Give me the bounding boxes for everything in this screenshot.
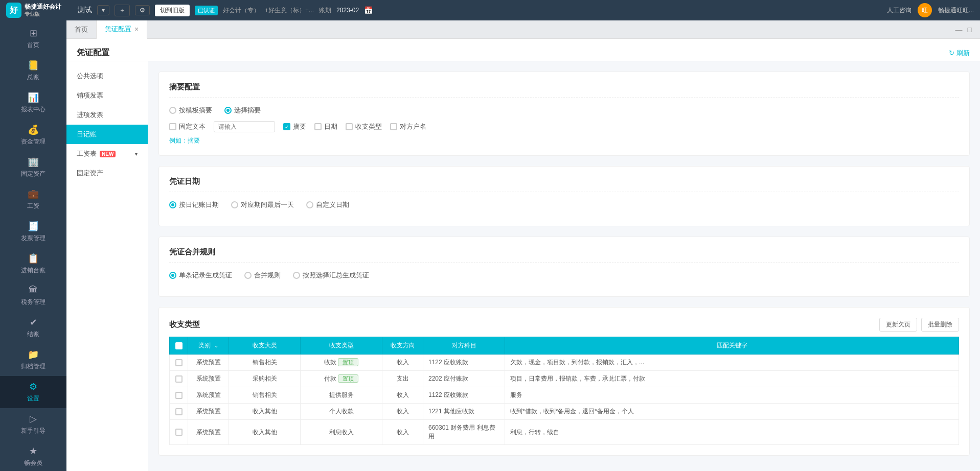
row-big-type: 销售相关 — [229, 355, 301, 371]
th-direction: 收支方向 — [382, 337, 423, 355]
left-nav-item-purchase-invoice[interactable]: 进项发票 — [66, 105, 148, 125]
tab-voucher-config[interactable]: 凭证配置 × — [97, 20, 147, 39]
row-big-type: 收入其他 — [229, 404, 301, 420]
row-checkbox[interactable] — [175, 408, 183, 415]
row-checkbox-cell[interactable] — [170, 371, 188, 387]
sidebar-item-closing[interactable]: ✔ 结账 — [0, 312, 66, 344]
switch-version-btn[interactable]: 切到旧版 — [155, 5, 190, 16]
table-header: 类别 ⌄ 收支大类 收支类型 收支方向 对方科目 匹配关键字 — [170, 337, 959, 355]
tab-close-icon[interactable]: × — [134, 25, 139, 33]
archive-icon: 📁 — [28, 349, 39, 360]
radio-template-circle — [169, 107, 176, 114]
checkbox-counterpart-box — [390, 123, 397, 130]
refresh-btn[interactable]: ↻ 刷新 — [949, 49, 970, 58]
sidebar-item-settings[interactable]: ⚙ 设置 — [0, 376, 66, 408]
sidebar-label-archive: 归档管理 — [21, 362, 45, 371]
row-checkbox[interactable] — [175, 359, 183, 366]
row-account: 1122 应收账款 — [423, 387, 505, 404]
consult-label[interactable]: 人工咨询 — [887, 6, 911, 15]
left-nav-item-payroll[interactable]: 工资表 NEW ▾ — [66, 144, 148, 163]
fixed-text-input[interactable] — [214, 121, 275, 132]
radio-single-record[interactable]: 单条记录生成凭证 — [169, 271, 232, 280]
tab-config-label: 凭证配置 — [105, 25, 131, 34]
logo-text: 畅捷通好会计 专业版 — [25, 3, 61, 18]
row-checkbox[interactable] — [175, 375, 183, 383]
radio-merge-rules[interactable]: 合并规则 — [244, 271, 281, 280]
left-nav-item-fixed-assets[interactable]: 固定资产 — [66, 163, 148, 183]
table-wrapper: 类别 ⌄ 收支大类 收支类型 收支方向 对方科目 匹配关键字 — [169, 337, 959, 445]
row-checkbox[interactable] — [175, 429, 183, 436]
radio-aggregate[interactable]: 按照选择汇总生成凭证 — [293, 271, 369, 280]
calendar-icon[interactable]: 📅 — [364, 6, 373, 14]
row-category: 系统预置 — [188, 355, 229, 371]
sidebar-item-assets[interactable]: 🏢 固定资产 — [0, 151, 66, 183]
sidebar-item-tax[interactable]: 🏛 税务管理 — [0, 280, 66, 312]
haokuai-tag: 好会计（专） — [223, 6, 260, 15]
radio-template-summary[interactable]: 按模板摘要 — [169, 106, 212, 115]
add-btn[interactable]: ＋ — [115, 5, 130, 16]
avatar[interactable]: 旺 — [918, 3, 932, 17]
sidebar-item-ledger[interactable]: 📒 总账 — [0, 55, 66, 87]
left-nav-item-public[interactable]: 公共选项 — [66, 66, 148, 86]
top-bar: 好 畅捷通好会计 专业版 测试 ▾ ＋ ⚙ 切到旧版 已认证 好会计（专） +好… — [0, 0, 980, 20]
checkbox-date-box — [314, 123, 322, 130]
minimize-btn[interactable]: — — [955, 26, 963, 34]
new-badge: NEW — [100, 151, 116, 157]
th-checkbox[interactable] — [170, 337, 188, 355]
radio-period-last-day[interactable]: 对应期间最后一天 — [231, 200, 294, 209]
tab-home[interactable]: 首页 — [66, 20, 97, 39]
checkbox-summary[interactable]: ✓ 摘要 — [283, 122, 306, 131]
header-checkbox[interactable] — [175, 342, 183, 349]
maximize-btn[interactable]: □ — [968, 26, 972, 34]
row-type: 付款 置顶 — [301, 371, 382, 387]
radio-custom-date[interactable]: 自定义日期 — [306, 200, 349, 209]
sidebar-item-invoice[interactable]: 🧾 发票管理 — [0, 216, 66, 248]
tab-bar: 首页 凭证配置 × — □ — [66, 20, 980, 39]
th-keyword: 匹配关键字 — [505, 337, 959, 355]
sidebar-item-member[interactable]: ★ 畅会员 — [0, 440, 66, 471]
update-btn[interactable]: 更新欠页 — [879, 318, 917, 332]
checkbox-income-type[interactable]: 收支类型 — [346, 122, 382, 131]
radio-diary-date[interactable]: 按日记账日期 — [169, 200, 219, 209]
summary-checkbox-row: 固定文本 ✓ 摘要 日期 — [169, 121, 959, 132]
radio-single-record-circle — [169, 272, 176, 279]
row-type: 收款 置顶 — [301, 355, 382, 371]
sidebar-item-guide[interactable]: ▷ 新手引导 — [0, 408, 66, 440]
row-account: 2202 应付账款 — [423, 371, 505, 387]
left-nav-item-sales-invoice[interactable]: 销项发票 — [66, 86, 148, 105]
row-category: 系统预置 — [188, 420, 229, 445]
radio-diary-date-circle — [169, 201, 176, 208]
row-checkbox[interactable] — [175, 392, 183, 399]
sidebar-item-funds[interactable]: 💰 资金管理 — [0, 119, 66, 151]
voucher-date-radio-group: 按日记账日期 对应期间最后一天 自定义日期 — [169, 200, 959, 209]
sidebar-item-reports[interactable]: 📊 报表中心 — [0, 87, 66, 119]
checkbox-counterpart[interactable]: 对方户名 — [390, 122, 426, 131]
sidebar-label-invoice: 发票管理 — [21, 234, 45, 243]
settings-btn[interactable]: ⚙ — [135, 5, 150, 15]
sidebar-item-purchase[interactable]: 📋 进销台账 — [0, 248, 66, 280]
user-name: 畅捷通旺旺... — [938, 6, 974, 15]
sidebar-item-archive[interactable]: 📁 归档管理 — [0, 344, 66, 376]
radio-select-summary[interactable]: 选择摘要 — [224, 106, 261, 115]
sidebar-item-payroll[interactable]: 💼 工资 — [0, 183, 66, 216]
row-big-type: 收入其他 — [229, 420, 301, 445]
sidebar-label-payroll: 工资 — [27, 202, 39, 210]
sidebar-item-home[interactable]: ⊞ 首页 — [0, 22, 66, 55]
reset-tag[interactable]: 置顶 — [338, 374, 358, 383]
left-nav-item-diary[interactable]: 日记账 — [66, 125, 148, 144]
reset-tag[interactable]: 置顶 — [338, 358, 358, 366]
row-direction: 支出 — [382, 371, 423, 387]
sort-icon[interactable]: ⌄ — [214, 343, 218, 348]
batch-delete-btn[interactable]: 批量删除 — [921, 318, 959, 332]
row-checkbox-cell[interactable] — [170, 355, 188, 371]
checkbox-date[interactable]: 日期 — [314, 122, 337, 131]
table-header-row: 收支类型 更新欠页 批量删除 — [169, 318, 959, 332]
row-checkbox-cell[interactable] — [170, 420, 188, 445]
period-label: 账期 — [319, 6, 331, 15]
dropdown-btn[interactable]: ▾ — [97, 5, 109, 15]
checkbox-fixed-text[interactable]: 固定文本 — [169, 122, 206, 131]
row-checkbox-cell[interactable] — [170, 404, 188, 420]
refresh-icon: ↻ — [949, 49, 954, 57]
row-checkbox-cell[interactable] — [170, 387, 188, 404]
table-row: 系统预置 收入其他 利息收入 收入 660301 财务费用 利息费用 利息，行转… — [170, 420, 959, 445]
